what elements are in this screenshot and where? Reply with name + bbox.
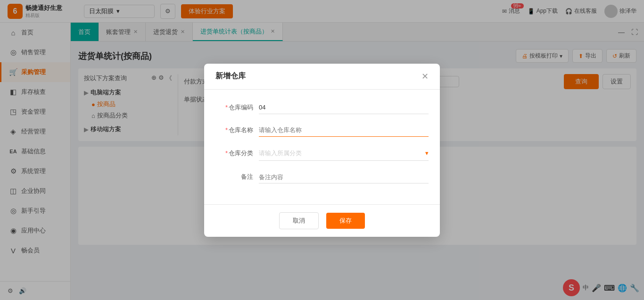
category-chevron: ▾: [425, 150, 429, 157]
form-row-category: *仓库分类 请输入所属分类 ▾: [215, 146, 429, 161]
form-row-name: *仓库名称: [215, 124, 429, 137]
notes-input[interactable]: [259, 170, 429, 183]
category-placeholder: 请输入所属分类: [259, 149, 302, 158]
name-label: *仓库名称: [215, 126, 253, 134]
modal-header: 新增仓库 ✕: [204, 64, 440, 90]
name-input[interactable]: [259, 124, 429, 137]
modal-close-icon[interactable]: ✕: [421, 71, 429, 82]
category-select[interactable]: 请输入所属分类 ▾: [259, 146, 429, 161]
save-button[interactable]: 保存: [326, 213, 365, 229]
form-row-notes: 备注: [215, 170, 429, 183]
modal-footer: 取消 保存: [204, 204, 440, 237]
code-input[interactable]: [259, 101, 429, 114]
form-row-code: *仓库编码: [215, 101, 429, 114]
modal-overlay[interactable]: 新增仓库 ✕ *仓库编码 *仓库名称 *仓库分类: [0, 0, 644, 300]
code-label: *仓库编码: [215, 103, 253, 112]
modal-body: *仓库编码 *仓库名称 *仓库分类 请输入所属分类 ▾: [204, 90, 440, 204]
notes-label: 备注: [215, 173, 253, 181]
modal-title: 新增仓库: [215, 71, 246, 81]
category-label: *仓库分类: [215, 149, 253, 158]
modal-add-warehouse: 新增仓库 ✕ *仓库编码 *仓库名称 *仓库分类: [204, 64, 440, 237]
cancel-button[interactable]: 取消: [279, 212, 319, 229]
